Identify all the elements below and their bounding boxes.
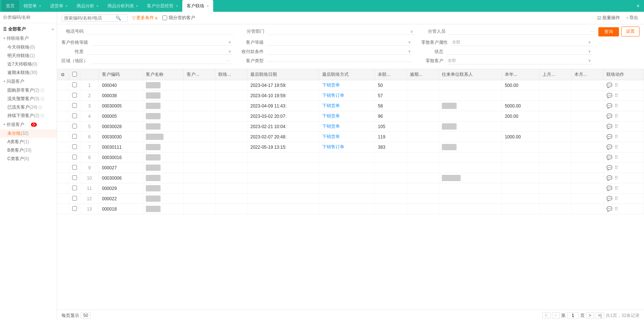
export-btn[interactable]: ↑ 导出 xyxy=(624,14,640,22)
problem-customers-section[interactable]: ▼ 问题客户 xyxy=(0,77,57,86)
td-check[interactable] xyxy=(69,121,80,132)
td-check[interactable] xyxy=(69,173,80,183)
contact-action-icon[interactable]: 💬 xyxy=(606,206,612,212)
more-action-icon[interactable]: ⠿ xyxy=(615,165,618,170)
th-not-contacted[interactable]: 未联... xyxy=(375,69,407,80)
prev-page-btn[interactable]: < xyxy=(552,312,560,319)
more-action-icon[interactable]: ⠿ xyxy=(615,144,618,150)
th-last-contact-way[interactable]: 最后联络方式 xyxy=(319,69,375,80)
tab-product-list[interactable]: 商品分析列表 × xyxy=(103,0,143,12)
sidebar-item-ungroup[interactable]: 未分组(32) xyxy=(0,129,57,138)
dept-select[interactable]: ∨ xyxy=(267,28,414,35)
contact-way-link[interactable]: 下销货单 xyxy=(322,124,340,129)
td-check[interactable] xyxy=(69,132,80,142)
more-action-icon[interactable]: ⠿ xyxy=(615,186,618,191)
sidebar-item-tomorrow[interactable]: 明天待联络(1) xyxy=(0,52,57,60)
contact-action-icon[interactable]: 💬 xyxy=(606,134,612,140)
row-checkbox[interactable] xyxy=(72,206,77,211)
contact-way-link[interactable]: 下销货单 xyxy=(322,103,340,108)
th-this-month[interactable]: 本月... xyxy=(571,69,603,80)
my-customers-check-input[interactable] xyxy=(162,15,167,20)
contact-action-icon[interactable]: 💬 xyxy=(606,165,612,170)
contact-action-icon[interactable]: 💬 xyxy=(606,175,612,181)
next-page-btn[interactable]: > xyxy=(586,312,594,319)
td-check[interactable] xyxy=(69,183,80,194)
more-action-icon[interactable]: ⠿ xyxy=(615,124,618,129)
td-check[interactable] xyxy=(69,152,80,163)
more-action-icon[interactable]: ⠿ xyxy=(615,196,618,201)
pending-contact-section[interactable]: ▼ 待联络客户 xyxy=(0,34,57,43)
contact-action-icon[interactable]: 💬 xyxy=(606,103,612,109)
select-all-checkbox[interactable] xyxy=(72,72,77,77)
page-input[interactable] xyxy=(567,312,579,319)
close-product-analysis-tab[interactable]: × xyxy=(96,4,99,8)
close-customer-ops-tab[interactable]: × xyxy=(176,4,178,8)
contact-action-icon[interactable]: 💬 xyxy=(606,82,612,88)
my-customers-checkbox[interactable]: 我分管的客户 xyxy=(162,15,195,21)
sidebar-item-overdue[interactable]: 逾期未联络(30) xyxy=(0,68,57,77)
sidebar-item-churn-warning[interactable]: 流失预警客户(3) ⓘ xyxy=(0,95,57,103)
contact-way-link[interactable]: 下销货单 xyxy=(322,82,340,88)
close-sales-tab[interactable]: × xyxy=(39,4,41,8)
more-conditions-btn[interactable]: ▽ 更多条件 ∧ xyxy=(132,15,158,21)
row-checkbox[interactable] xyxy=(72,196,77,201)
close-product-list-tab[interactable]: × xyxy=(136,4,138,8)
td-check[interactable] xyxy=(69,204,80,214)
tab-customer-contact[interactable]: 客户联络 × xyxy=(182,0,213,12)
payment-select[interactable]: ∨ xyxy=(267,48,413,55)
td-check[interactable] xyxy=(69,194,80,204)
more-action-icon[interactable]: ⠿ xyxy=(615,82,618,88)
sidebar-item-churned[interactable]: 已流失客户(24) ⓘ xyxy=(0,103,57,112)
sidebar-item-today[interactable]: 今天待联络(0) xyxy=(0,43,57,52)
th-this-year[interactable]: 本年... xyxy=(502,69,539,80)
sidebar-item-b-class[interactable]: B类客户(33) xyxy=(0,146,57,155)
more-action-icon[interactable]: ⠿ xyxy=(615,155,618,160)
row-checkbox[interactable] xyxy=(72,93,77,98)
sidebar-item-abnormal[interactable]: 固购异常客户(2) ⓘ xyxy=(0,86,57,95)
tab-customer-ops[interactable]: 客户分层经营 × xyxy=(142,0,182,12)
contact-action-icon[interactable]: 💬 xyxy=(606,144,612,150)
th-unit-contact[interactable]: 往来单位联系人 xyxy=(439,69,502,80)
scatter-select[interactable]: 全部 ∨ xyxy=(446,57,592,64)
row-checkbox[interactable] xyxy=(72,165,77,170)
th-contact[interactable]: 联络... xyxy=(215,69,247,80)
contact-way-link[interactable]: 下销售订单 xyxy=(322,93,344,98)
first-page-btn[interactable]: K xyxy=(542,312,550,319)
th-check[interactable] xyxy=(69,69,80,80)
th-settings[interactable]: ⚙ xyxy=(57,69,69,80)
page-size-value[interactable]: 50 xyxy=(81,312,91,319)
region-more-icon[interactable]: ··· xyxy=(226,59,231,63)
tab-home[interactable]: 首页 xyxy=(1,0,19,12)
batch-op-btn[interactable]: ☑ 批量操作 xyxy=(596,14,622,22)
th-type[interactable]: 客户... xyxy=(183,69,215,80)
more-action-icon[interactable]: ⠿ xyxy=(615,103,618,109)
td-check[interactable] xyxy=(69,101,80,111)
customer-grade-select[interactable]: ∨ xyxy=(267,39,413,46)
td-check[interactable] xyxy=(69,142,80,152)
tab-sales[interactable]: 销货单 × xyxy=(19,0,46,12)
nature-select[interactable]: ∨ xyxy=(87,48,233,55)
td-check[interactable] xyxy=(69,91,80,101)
search-icon[interactable]: 🔍 xyxy=(116,15,121,21)
search-input[interactable] xyxy=(64,15,116,21)
close-purchase-tab[interactable]: × xyxy=(66,4,68,8)
reset-btn[interactable]: 设置 xyxy=(621,27,640,36)
person-select[interactable]: ··· xyxy=(448,28,595,35)
row-checkbox[interactable] xyxy=(72,175,77,180)
close-all-btn[interactable]: × xyxy=(634,3,643,9)
td-check[interactable] xyxy=(69,163,80,173)
row-checkbox[interactable] xyxy=(72,186,77,190)
th-last-contact-date[interactable]: 最后联络日期 xyxy=(247,69,319,80)
more-action-icon[interactable]: ⠿ xyxy=(615,206,618,212)
value-customers-section[interactable]: ▼ 价值客户 ⟳ xyxy=(0,120,57,129)
row-checkbox[interactable] xyxy=(72,113,77,118)
contact-way-link[interactable]: 下销售订单 xyxy=(322,144,344,149)
th-overdue[interactable]: 逾期... xyxy=(407,69,439,80)
row-checkbox[interactable] xyxy=(72,124,77,128)
row-checkbox[interactable] xyxy=(72,82,77,87)
contact-way-link[interactable]: 下销货单 xyxy=(322,113,340,119)
last-page-btn[interactable]: >| xyxy=(595,312,604,319)
region-select[interactable]: ··· xyxy=(91,58,233,64)
th-last-month[interactable]: 上月... xyxy=(539,69,571,80)
customer-type-select[interactable] xyxy=(267,60,413,62)
